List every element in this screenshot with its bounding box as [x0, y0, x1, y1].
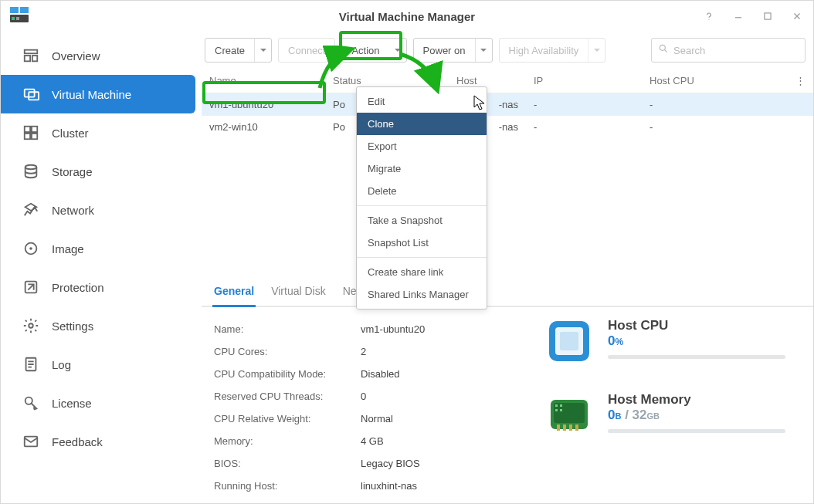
- sidebar-item-settings[interactable]: Settings: [1, 306, 202, 345]
- sidebar-item-log[interactable]: Log: [1, 345, 202, 384]
- svg-rect-13: [25, 127, 30, 132]
- app-icon: [10, 7, 30, 25]
- menu-item-delete[interactable]: Delete: [357, 180, 487, 202]
- image-icon: [22, 240, 39, 257]
- sidebar-item-cluster[interactable]: Cluster: [1, 113, 202, 152]
- license-icon: [22, 394, 39, 411]
- menu-separator: [357, 257, 487, 258]
- menu-item-export[interactable]: Export: [357, 135, 487, 157]
- memory-icon: [546, 392, 592, 438]
- table-row[interactable]: vm1-ubuntu20 Po -nas - -: [202, 93, 813, 117]
- svg-rect-36: [560, 404, 562, 407]
- connect-button[interactable]: Connect: [278, 38, 335, 63]
- gauge-value: 0B / 32GB: [608, 408, 785, 423]
- detail-properties: Name:vm1-ubuntu20 CPU Cores:2 CPU Compat…: [214, 318, 527, 497]
- sidebar-label: Log: [52, 358, 71, 371]
- svg-rect-7: [765, 13, 771, 19]
- sidebar-label: Image: [52, 242, 84, 255]
- cpu-icon: [546, 318, 592, 364]
- svg-point-25: [660, 45, 665, 50]
- action-menu: Edit Clone Export Migrate Delete Take a …: [356, 86, 487, 310]
- gauge-bar: [608, 429, 785, 433]
- menu-separator: [357, 205, 487, 206]
- sidebar-item-network[interactable]: Network: [1, 191, 202, 229]
- create-button[interactable]: Create: [205, 38, 272, 63]
- tab-general[interactable]: General: [212, 277, 256, 307]
- caret-down-icon[interactable]: [475, 39, 492, 62]
- menu-item-take-snapshot[interactable]: Take a Snapshot: [357, 209, 487, 232]
- search-input[interactable]: [673, 45, 803, 56]
- svg-rect-14: [32, 127, 37, 132]
- search-icon: [658, 43, 669, 57]
- sidebar-label: Feedback: [52, 435, 103, 448]
- window-controls: [699, 6, 807, 26]
- svg-rect-33: [569, 425, 572, 431]
- gauge-value: 0%: [608, 333, 785, 349]
- tab-virtual-disk[interactable]: Virtual Disk: [270, 277, 327, 306]
- sidebar-item-feedback[interactable]: Feedback: [1, 422, 202, 461]
- sidebar-label: Network: [52, 204, 94, 217]
- help-button[interactable]: [699, 6, 719, 26]
- detail-gauges: Host CPU 0% Host Memory: [546, 318, 801, 497]
- feedback-icon: [22, 433, 39, 450]
- vm-table: Name Status Host IP Host CPU ⋮ vm1-ubunt…: [202, 69, 813, 138]
- col-menu[interactable]: ⋮: [788, 69, 813, 93]
- col-name[interactable]: Name: [202, 69, 325, 93]
- menu-item-edit[interactable]: Edit: [357, 90, 487, 113]
- svg-point-21: [29, 323, 33, 328]
- menu-item-shared-links-manager[interactable]: Shared Links Manager: [357, 283, 487, 306]
- overview-icon: [22, 47, 39, 64]
- table-row[interactable]: vm2-win10 Po -nas - -: [202, 116, 813, 138]
- sidebar-item-virtual-machine[interactable]: Virtual Machine: [1, 75, 195, 113]
- svg-rect-0: [10, 7, 19, 13]
- close-button[interactable]: [787, 6, 807, 26]
- svg-rect-6: [735, 17, 741, 18]
- svg-point-5: [708, 19, 709, 20]
- svg-rect-3: [12, 17, 15, 20]
- sidebar-label: Settings: [52, 320, 93, 333]
- minimize-button[interactable]: [728, 6, 748, 26]
- col-hostcpu[interactable]: Host CPU: [642, 69, 788, 93]
- menu-item-snapshot-list[interactable]: Snapshot List: [357, 232, 487, 254]
- network-icon: [22, 201, 39, 218]
- sidebar-item-image[interactable]: Image: [1, 229, 202, 268]
- gauge-host-cpu: Host CPU 0%: [546, 318, 801, 364]
- window-title: Virtual Machine Manager: [1, 10, 813, 23]
- vm-icon: [22, 86, 39, 103]
- settings-icon: [22, 317, 39, 334]
- caret-down-icon: [389, 39, 406, 62]
- sidebar-label: Storage: [52, 165, 93, 178]
- svg-rect-9: [25, 56, 30, 61]
- svg-rect-32: [563, 425, 566, 431]
- power-on-button[interactable]: Power on: [413, 38, 493, 63]
- sidebar-item-license[interactable]: License: [1, 384, 202, 422]
- sidebar-item-protection[interactable]: Protection: [1, 268, 202, 306]
- svg-rect-10: [32, 56, 37, 61]
- sidebar-item-overview[interactable]: Overview: [1, 36, 202, 75]
- menu-item-create-share-link[interactable]: Create share link: [357, 261, 487, 283]
- storage-icon: [22, 163, 39, 180]
- menu-item-clone[interactable]: Clone: [357, 113, 487, 135]
- gauge-title: Host CPU: [608, 318, 785, 333]
- gauge-bar: [608, 355, 785, 359]
- svg-rect-16: [32, 134, 37, 139]
- caret-down-icon[interactable]: [254, 39, 271, 62]
- svg-point-19: [29, 247, 32, 250]
- search-box[interactable]: [651, 38, 806, 63]
- svg-rect-35: [555, 404, 558, 407]
- col-ip[interactable]: IP: [526, 69, 642, 93]
- cell-hostcpu: -: [642, 116, 788, 138]
- sidebar-label: Virtual Machine: [52, 88, 131, 101]
- sidebar-label: Cluster: [52, 127, 89, 140]
- high-availability-button[interactable]: High Availability: [499, 38, 606, 63]
- svg-rect-31: [557, 425, 560, 431]
- sidebar-label: Protection: [52, 281, 104, 294]
- menu-item-migrate[interactable]: Migrate: [357, 157, 487, 180]
- maximize-button[interactable]: [758, 6, 778, 26]
- caret-down-icon[interactable]: [588, 39, 605, 62]
- cluster-icon: [22, 124, 39, 141]
- protection-icon: [22, 279, 39, 296]
- action-button[interactable]: Action: [341, 38, 406, 63]
- svg-rect-28: [560, 332, 578, 350]
- sidebar-item-storage[interactable]: Storage: [1, 152, 202, 191]
